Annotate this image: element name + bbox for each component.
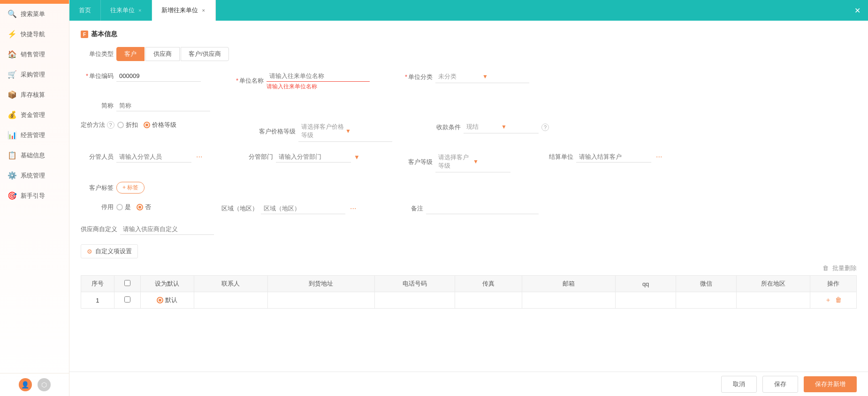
tab-bar-close-button[interactable]: ✕	[847, 0, 868, 21]
unit-category-select[interactable]: 未分类 ▼	[435, 70, 529, 83]
disabled-row: 停用 是 否 区域（地区） ···	[81, 203, 857, 214]
unit-category-value: 未分类	[438, 72, 482, 81]
region-more-icon[interactable]: ···	[348, 204, 358, 213]
sidebar-item-label: 基础信息	[21, 151, 45, 160]
region-table-input[interactable]	[752, 297, 794, 304]
manager-more-icon[interactable]: ···	[194, 153, 204, 161]
sidebar-item-inventory[interactable]: 📦 库存核算	[0, 85, 69, 105]
wechat-input[interactable]	[690, 297, 723, 304]
manager-input[interactable]	[116, 151, 191, 163]
department-input[interactable]	[276, 151, 351, 163]
level-radio-circle	[144, 122, 150, 128]
customer-price-level-select[interactable]: 请选择客户价格等级 ▼	[298, 121, 392, 142]
unit-name-input[interactable]	[266, 70, 370, 82]
section-title-text: 基本信息	[91, 30, 117, 39]
unit-type-btn-group: 客户 供应商 客户/供应商	[116, 47, 229, 61]
pricing-radio-group: 折扣 价格等级	[117, 121, 176, 129]
cart-icon: 🛒	[8, 70, 17, 79]
supplier-custom-input[interactable]	[120, 224, 214, 235]
section-basic-info: F 基本信息	[81, 30, 857, 39]
region-input[interactable]	[261, 203, 345, 214]
col-header-wechat: 微信	[676, 276, 737, 292]
tab-partner-list-close[interactable]: ×	[137, 8, 142, 13]
batch-delete-label: 批量删除	[832, 264, 857, 272]
row-email[interactable]	[522, 292, 616, 309]
unit-code-input[interactable]	[116, 70, 201, 82]
sidebar-item-search[interactable]: 🔍 搜索菜单	[0, 4, 69, 24]
tab-partner-list-label: 往来单位	[110, 6, 135, 15]
sidebar-item-label: 搜索菜单	[21, 10, 45, 18]
sidebar-item-sales[interactable]: 🏠 销售管理	[0, 44, 69, 64]
pricing-level-radio[interactable]: 价格等级	[144, 121, 176, 129]
settlement-unit-field: 结算单位 ···	[541, 151, 681, 163]
unit-type-supplier-btn[interactable]: 供应商	[145, 47, 180, 61]
main-area: 首页 往来单位 × 新增往来单位 × ✕ F 基本信息 单位类型 客户 供应商 …	[69, 0, 868, 396]
guide-icon: 🎯	[8, 191, 17, 200]
sidebar-item-system[interactable]: ⚙️ 系统管理	[0, 165, 69, 186]
sidebar-user-icon[interactable]: 👤	[19, 378, 32, 391]
tab-bar: 首页 往来单位 × 新增往来单位 × ✕	[69, 0, 868, 21]
col-header-default: 设为默认	[141, 276, 194, 292]
unit-category-chevron: ▼	[482, 73, 526, 80]
sidebar-settings-icon[interactable]: ⬡	[38, 378, 51, 391]
cancel-button[interactable]: 取消	[721, 376, 757, 393]
row-wechat[interactable]	[676, 292, 737, 309]
customer-level-placeholder: 请选择客户等级	[438, 153, 473, 170]
row-contact[interactable]	[194, 292, 267, 309]
tab-partner-list[interactable]: 往来单位 ×	[101, 0, 152, 21]
save-button[interactable]: 保存	[762, 376, 798, 393]
col-header-contact: 联系人	[194, 276, 267, 292]
payment-terms-label: 收款条件	[428, 123, 461, 132]
sidebar-item-basic-info[interactable]: 📋 基础信息	[0, 145, 69, 165]
custom-settings-button[interactable]: ⚙ 自定义项设置	[81, 244, 138, 258]
sidebar-item-label: 系统管理	[21, 171, 45, 180]
short-name-input[interactable]	[116, 100, 210, 111]
sidebar-item-purchase[interactable]: 🛒 采购管理	[0, 64, 69, 85]
phone-input[interactable]	[391, 297, 438, 304]
fax-input[interactable]	[470, 297, 507, 304]
row-phone[interactable]	[374, 292, 455, 309]
row-fax[interactable]	[455, 292, 522, 309]
add-tag-button[interactable]: + 标签	[116, 182, 145, 194]
save-new-button[interactable]: 保存并新增	[804, 376, 857, 392]
home-icon: 🏠	[8, 50, 17, 59]
disabled-yes-label: 是	[125, 203, 131, 211]
address-input[interactable]	[288, 297, 354, 304]
customer-level-select[interactable]: 请选择客户等级 ▼	[435, 151, 510, 172]
batch-delete-button[interactable]: 🗑 批量删除	[822, 264, 857, 272]
pricing-discount-radio[interactable]: 折扣	[117, 121, 138, 129]
disabled-yes-radio[interactable]: 是	[116, 203, 131, 211]
payment-terms-select[interactable]: 现结 ▼	[464, 121, 539, 133]
tab-new-partner-close[interactable]: ×	[201, 8, 206, 13]
qq-input[interactable]	[629, 297, 662, 304]
unit-type-both-btn[interactable]: 客户/供应商	[181, 47, 229, 61]
region-label: 区域（地区）	[221, 204, 258, 213]
disabled-radio-group: 是 否	[116, 203, 151, 211]
row-checkbox[interactable]	[124, 296, 130, 303]
delete-row-icon[interactable]: 🗑	[835, 296, 842, 304]
pricing-help-icon[interactable]: ?	[107, 121, 114, 129]
contact-input[interactable]	[210, 297, 252, 304]
disabled-no-radio[interactable]: 否	[137, 203, 151, 211]
unit-type-customer-btn[interactable]: 客户	[116, 47, 145, 61]
row-default-radio[interactable]: 默认	[145, 296, 189, 304]
row-qq[interactable]	[616, 292, 676, 309]
section-icon: F	[81, 31, 88, 38]
select-all-checkbox[interactable]	[124, 280, 130, 286]
add-row-icon[interactable]: ＋	[825, 296, 831, 304]
email-input[interactable]	[541, 297, 597, 304]
tab-new-partner[interactable]: 新增往来单位 ×	[152, 0, 215, 21]
sidebar-item-operations[interactable]: 📊 经营管理	[0, 125, 69, 145]
row-address[interactable]	[267, 292, 374, 309]
row-region[interactable]	[736, 292, 810, 309]
settlement-unit-input[interactable]	[576, 151, 651, 163]
contact-table-section: 🗑 批量删除 序号 设为默认 联系人 到货地址 电话号码 传真	[81, 264, 857, 309]
sidebar-item-guide[interactable]: 🎯 新手引导	[0, 186, 69, 206]
sidebar-item-finance[interactable]: 💰 资金管理	[0, 105, 69, 125]
tab-home[interactable]: 首页	[69, 0, 101, 21]
payment-terms-help-icon[interactable]: ?	[541, 124, 549, 131]
remark-input[interactable]	[426, 203, 539, 214]
table-row: 1 默认	[81, 292, 857, 309]
settlement-unit-more-icon[interactable]: ···	[654, 153, 664, 161]
sidebar-item-quick-nav[interactable]: ⚡ 快捷导航	[0, 24, 69, 44]
